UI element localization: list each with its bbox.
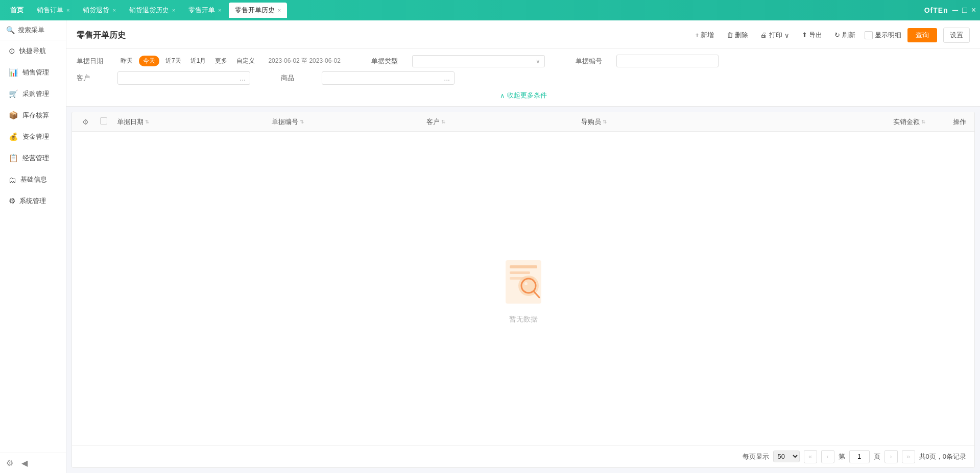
finance-icon: 💰	[9, 132, 18, 141]
toolbar: + 新增 🗑 删除 🖨 打印 ∨ ⬆ 导出 ↻ 刷新 显示明细	[692, 28, 970, 43]
date-btn-1month[interactable]: 近1月	[187, 56, 209, 66]
sidebar-item-system-label: 系统管理	[19, 196, 46, 206]
date-btn-7days[interactable]: 近7天	[162, 56, 184, 66]
date-btn-yesterday[interactable]: 昨天	[117, 56, 136, 66]
last-page-btn[interactable]: »	[902, 450, 915, 463]
th-customer: 客户 ⇅	[422, 117, 577, 127]
collapse-sidebar-icon[interactable]: ◀	[21, 458, 28, 468]
type-filter-select[interactable]: ∨	[412, 55, 545, 67]
page-input[interactable]	[849, 450, 870, 463]
tab-sales-order[interactable]: 销售订单 ×	[31, 3, 76, 18]
sidebar-item-inventory-label: 库存核算	[22, 111, 49, 120]
th-actions-label: 操作	[953, 117, 966, 127]
table-settings-icon[interactable]: ⚙	[76, 118, 94, 126]
delete-button[interactable]: 🗑 删除	[724, 29, 752, 42]
last-page-icon: »	[906, 453, 910, 460]
sidebar-item-purchase[interactable]: 🛒 采购管理	[0, 83, 66, 105]
page-label: 第	[839, 452, 845, 461]
sidebar-search-label: 搜索采单	[18, 26, 44, 35]
tab-retail-history[interactable]: 零售开单历史 ×	[229, 3, 287, 18]
settings-button-label: 设置	[950, 31, 963, 40]
goods-filter-select[interactable]: ...	[322, 71, 455, 85]
refresh-button[interactable]: ↻ 刷新	[831, 29, 858, 42]
date-filter-buttons: 昨天 今天 近7天 近1月 更多 自定义	[117, 56, 258, 66]
tab-return-history[interactable]: 销货退货历史 ×	[123, 3, 181, 18]
date-btn-more[interactable]: 更多	[212, 56, 230, 66]
next-page-btn[interactable]: ›	[885, 450, 898, 463]
empty-illustration	[495, 253, 552, 309]
table-select-all[interactable]	[94, 117, 113, 127]
tab-return-close[interactable]: ×	[112, 8, 115, 13]
tab-retail-history-close[interactable]: ×	[278, 8, 281, 13]
sidebar-item-finance[interactable]: 💰 资金管理	[0, 126, 66, 147]
date-range-display: 2023-06-02 至 2023-06-02	[268, 57, 340, 65]
display-detail-label: 显示明细	[875, 31, 901, 40]
th-number-sort[interactable]: ⇅	[300, 119, 304, 125]
th-guide-sort[interactable]: ⇅	[603, 119, 607, 125]
tab-home[interactable]: 首页	[4, 3, 30, 18]
date-btn-custom[interactable]: 自定义	[233, 56, 258, 66]
print-dropdown-icon: ∨	[784, 32, 790, 39]
quick-nav-icon: ⊙	[9, 46, 15, 56]
window-minimize[interactable]: ─	[952, 6, 958, 15]
th-guide-label: 导购员	[581, 117, 601, 127]
tab-return-history-close[interactable]: ×	[172, 8, 175, 13]
th-number: 单据编号 ⇅	[268, 117, 422, 127]
sales-icon: 📊	[9, 68, 18, 77]
sidebar-item-sales[interactable]: 📊 销售管理	[0, 62, 66, 83]
total-text: 共0页，0条记录	[919, 452, 966, 461]
sidebar-item-basic-info[interactable]: 🗂 基础信息	[0, 169, 66, 190]
th-customer-sort[interactable]: ⇅	[441, 119, 445, 125]
sidebar-item-purchase-label: 采购管理	[22, 89, 49, 98]
tab-return-history-label: 销货退货历史	[129, 6, 169, 15]
export-button[interactable]: ⬆ 导出	[799, 29, 826, 42]
prev-page-btn[interactable]: ‹	[821, 450, 834, 463]
query-button-label: 查询	[916, 31, 929, 40]
sidebar-item-operations-label: 经营管理	[22, 154, 49, 163]
content-area: 零售开单历史 + 新增 🗑 删除 🖨 打印 ∨ ⬆ 导出 ↻ 刷新	[66, 20, 980, 473]
sidebar-item-inventory[interactable]: 📦 库存核算	[0, 105, 66, 126]
first-page-btn[interactable]: «	[804, 450, 817, 463]
window-maximize[interactable]: □	[962, 6, 967, 15]
display-detail-checkbox[interactable]	[865, 31, 873, 39]
empty-text: 暂无数据	[509, 315, 538, 324]
page-suffix: 页	[874, 452, 880, 461]
tab-retail-order[interactable]: 零售开单 ×	[182, 3, 227, 18]
display-detail-toggle[interactable]: 显示明细	[865, 31, 901, 40]
tab-sales-order-close[interactable]: ×	[66, 8, 69, 13]
th-amount-sort[interactable]: ⇅	[921, 119, 925, 125]
window-close[interactable]: ×	[971, 6, 976, 15]
collapse-filter-btn[interactable]: ∧ 收起更多条件	[500, 91, 547, 100]
tab-retail-order-close[interactable]: ×	[218, 8, 221, 13]
table-container: ⚙ 单据日期 ⇅ 单据编号 ⇅ 客户 ⇅ 导购员 ⇅	[71, 112, 975, 468]
filter-area: 单据日期 昨天 今天 近7天 近1月 更多 自定义 2023-06-02 至 2…	[66, 48, 980, 107]
customer-filter-select[interactable]: ...	[117, 71, 250, 85]
add-button-label: + 新增	[695, 31, 714, 40]
tab-home-label: 首页	[10, 6, 23, 15]
print-button[interactable]: 🖨 打印 ∨	[757, 29, 793, 42]
page-header: 零售开单历史 + 新增 🗑 删除 🖨 打印 ∨ ⬆ 导出 ↻ 刷新	[66, 20, 980, 48]
sidebar-menu: ⊙ 快捷导航 📊 销售管理 🛒 采购管理 📦 库存核算 💰 资金管理 📋	[0, 40, 66, 453]
sidebar-item-system[interactable]: ⚙ 系统管理	[0, 190, 66, 212]
tab-retail-order-label: 零售开单	[188, 6, 215, 15]
sidebar-item-operations[interactable]: 📋 经营管理	[0, 147, 66, 169]
add-button[interactable]: + 新增	[692, 29, 717, 42]
date-btn-today[interactable]: 今天	[139, 56, 159, 66]
delete-button-label: 🗑 删除	[727, 31, 749, 40]
per-page-select[interactable]: 50 100 200	[773, 451, 800, 462]
goods-filter-label: 商品	[281, 73, 312, 83]
settings-bottom-icon[interactable]: ⚙	[6, 458, 13, 468]
sidebar-search[interactable]: 🔍 搜索采单	[0, 20, 66, 40]
top-bar: 首页 销售订单 × 销货退货 × 销货退货历史 × 零售开单 × 零售开单历史 …	[0, 0, 980, 20]
purchase-icon: 🛒	[9, 89, 18, 98]
query-button[interactable]: 查询	[907, 28, 937, 42]
sidebar-item-quick-nav[interactable]: ⊙ 快捷导航	[0, 40, 66, 62]
settings-button[interactable]: 设置	[943, 28, 970, 43]
tab-return[interactable]: 销货退货 ×	[77, 3, 122, 18]
th-guide: 导购员 ⇅	[577, 117, 732, 127]
th-actions: 操作	[929, 117, 970, 127]
system-icon: ⚙	[9, 196, 15, 206]
select-all-checkbox[interactable]	[100, 117, 107, 125]
th-date-sort[interactable]: ⇅	[145, 119, 149, 125]
number-filter-input[interactable]	[616, 55, 719, 67]
